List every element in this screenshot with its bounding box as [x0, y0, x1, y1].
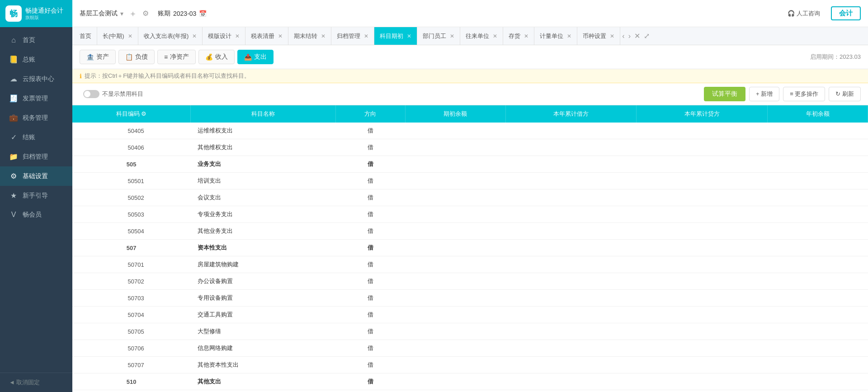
support-btn[interactable]: 🎧 人工咨询 — [788, 9, 820, 18]
table-row[interactable]: 50502 会议支出 借 — [72, 189, 868, 206]
calendar-icon: 📅 — [199, 10, 207, 17]
tab-nav-prev[interactable]: ‹ — [620, 32, 626, 40]
tab-unit[interactable]: 计量单位✕ — [534, 27, 577, 45]
tab-label-currency: 币种设置 — [583, 32, 606, 40]
subtab-net_asset[interactable]: ≡净资产 — [157, 50, 196, 64]
table-row[interactable]: 50706 信息网络购建 借 — [72, 340, 868, 357]
subtab-asset[interactable]: 🏦资产 — [80, 50, 116, 64]
action-toolbar: 不显示禁用科目 试算平衡 + 新增 ≡ 更多操作 ↻ 刷新 — [72, 83, 868, 105]
add-btn[interactable]: + 新增 — [749, 87, 779, 101]
workspace-settings-icon[interactable]: ⚙ — [142, 9, 149, 18]
cell-name: 信息网络购建 — [190, 340, 335, 357]
toggle-disabled-subjects[interactable]: 不显示禁用科目 — [83, 90, 143, 98]
cell-debit-ytd — [505, 156, 637, 173]
tab-close-template[interactable]: ✕ — [235, 33, 240, 39]
balance-btn[interactable]: 试算平衡 — [704, 87, 745, 101]
table-row[interactable]: 50405 运维维权支出 借 — [72, 123, 868, 139]
tab-close-partner[interactable]: ✕ — [493, 33, 497, 39]
tab-bs[interactable]: 长(中期)✕ — [97, 27, 138, 45]
tab-home[interactable]: 首页 — [74, 27, 97, 45]
subjects-table-wrap[interactable]: 科目编码 ⚙ 科目名称 方向 期初余额 本年累计借方 本年累计贷方 年初余额 5… — [72, 105, 868, 392]
col-settings-icon[interactable]: ⚙ — [141, 110, 146, 117]
subjects-table: 科目编码 ⚙ 科目名称 方向 期初余额 本年累计借方 本年累计贷方 年初余额 5… — [72, 105, 868, 390]
subtab-label-asset: 资产 — [96, 53, 109, 61]
cell-year-opening — [768, 290, 868, 307]
close-all-tabs-btn[interactable]: ✕ — [632, 32, 642, 40]
tab-tax[interactable]: 税表清册✕ — [245, 27, 288, 45]
period-selector[interactable]: 账期 2023-03 📅 — [158, 9, 207, 18]
nav-guide-icon: ★ — [9, 191, 18, 200]
chevron-down-icon: ▾ — [120, 10, 123, 17]
tab-close-stock[interactable]: ✕ — [524, 33, 528, 39]
tab-close-unit[interactable]: ✕ — [567, 33, 571, 39]
tab-label-stock: 存货 — [509, 32, 520, 40]
tab-close-income[interactable]: ✕ — [192, 33, 197, 39]
tab-close-tax[interactable]: ✕ — [278, 33, 283, 39]
tab-dept[interactable]: 部门员工✕ — [417, 27, 460, 45]
table-row[interactable]: 50707 其他资本性支出 借 — [72, 357, 868, 373]
col-opening: 期初余额 — [405, 105, 505, 123]
subtab-liability[interactable]: 📋负债 — [118, 50, 155, 64]
tab-archive[interactable]: 归档管理✕ — [331, 27, 374, 45]
tab-close-currency[interactable]: ✕ — [610, 33, 614, 39]
cell-direction: 借 — [335, 189, 405, 206]
cell-opening — [405, 373, 505, 390]
sidebar-item-home[interactable]: ⌂首页 — [0, 31, 72, 50]
tab-partner[interactable]: 往来单位✕ — [460, 27, 503, 45]
sidebar-item-member[interactable]: V畅会员 — [0, 205, 72, 224]
page-content: 🏦资产📋负债≡净资产💰收入📤支出启用期间：2023.03 ℹ 提示：按Ctrl＋… — [72, 45, 868, 392]
tab-close-dept[interactable]: ✕ — [450, 33, 454, 39]
tab-currency[interactable]: 币种设置✕ — [577, 27, 620, 45]
sidebar-item-settings[interactable]: ⚙基础设置 — [0, 166, 72, 186]
cell-credit-ytd — [637, 156, 768, 173]
tab-income[interactable]: 收入支出表(年报)✕ — [138, 27, 203, 45]
sidebar-item-guide[interactable]: ★新手引导 — [0, 186, 72, 205]
sidebar-item-archive[interactable]: 📁归档管理 — [0, 147, 72, 166]
subtab-expense[interactable]: 📤支出 — [237, 50, 274, 64]
account-btn[interactable]: 会计 — [831, 6, 861, 20]
sidebar-collapse-btn[interactable]: ◄ 取消固定 — [0, 373, 72, 392]
cell-credit-ytd — [637, 256, 768, 273]
tab-close-archive[interactable]: ✕ — [364, 33, 368, 39]
period-value: 2023-03 — [173, 10, 196, 17]
tab-stock[interactable]: 存货✕ — [503, 27, 534, 45]
tab-close-subject_init[interactable]: ✕ — [407, 33, 411, 39]
tab-template[interactable]: 模版设计✕ — [203, 27, 245, 45]
sidebar-item-report[interactable]: ☁云报表中心 — [0, 69, 72, 89]
tab-close-period_end[interactable]: ✕ — [321, 33, 326, 39]
nav-archive-label: 归档管理 — [23, 153, 48, 161]
table-row[interactable]: 50705 大型修缮 借 — [72, 323, 868, 340]
table-row[interactable]: 50406 其他维权支出 借 — [72, 139, 868, 156]
period-display: 启用期间：2023.03 — [810, 53, 861, 61]
subtab-label-net_asset: 净资产 — [170, 53, 189, 61]
nav-invoice-icon: 🧾 — [9, 94, 18, 103]
sidebar-item-ledger[interactable]: 📒总账 — [0, 50, 72, 69]
sidebar-item-invoice[interactable]: 🧾发票管理 — [0, 89, 72, 108]
table-row[interactable]: 50702 办公设备购置 借 — [72, 273, 868, 290]
table-row[interactable]: 50504 其他业务支出 借 — [72, 223, 868, 240]
add-workspace-btn[interactable]: ＋ — [129, 8, 137, 19]
table-row[interactable]: 50703 专用设备购置 借 — [72, 290, 868, 307]
sidebar-item-tax[interactable]: 💼税务管理 — [0, 108, 72, 128]
toggle-switch[interactable] — [83, 90, 99, 98]
company-selector[interactable]: 基层工会测试 ▾ — [80, 9, 123, 18]
sidebar-item-settle[interactable]: ✓结账 — [0, 128, 72, 147]
more-actions-btn[interactable]: ≡ 更多操作 — [783, 87, 825, 101]
table-row[interactable]: 50501 培训支出 借 — [72, 173, 868, 189]
tab-subject_init[interactable]: 科目期初✕ — [374, 27, 417, 45]
subtab-income2[interactable]: 💰收入 — [198, 50, 235, 64]
tab-close-bs[interactable]: ✕ — [128, 33, 132, 39]
info-icon: ℹ — [80, 73, 82, 80]
table-row[interactable]: 50704 交通工具购置 借 — [72, 307, 868, 323]
tab-period_end[interactable]: 期末结转✕ — [288, 27, 331, 45]
table-row[interactable]: 507 资本性支出 借 — [72, 240, 868, 256]
expand-icon[interactable]: ⤢ — [642, 32, 651, 40]
nav-settings-icon: ⚙ — [9, 172, 18, 180]
table-row[interactable]: 50701 房屋建筑物购建 借 — [72, 256, 868, 273]
table-row[interactable]: 50503 专项业务支出 借 — [72, 206, 868, 223]
table-row[interactable]: 510 其他支出 借 — [72, 373, 868, 390]
refresh-btn[interactable]: ↻ 刷新 — [829, 87, 861, 101]
cell-opening — [405, 223, 505, 240]
tab-nav-next[interactable]: › — [627, 32, 632, 40]
table-row[interactable]: 505 业务支出 借 — [72, 156, 868, 173]
